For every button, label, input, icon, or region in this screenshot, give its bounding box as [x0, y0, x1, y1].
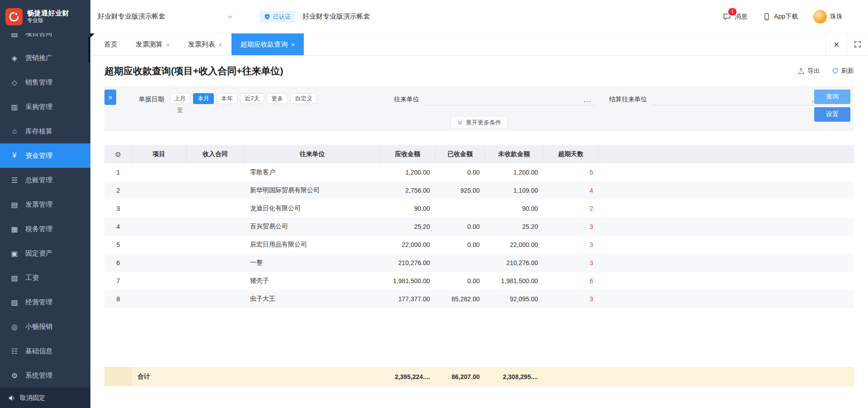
- cell-overdue-days: 4: [543, 181, 599, 199]
- tab-scroll-icon[interactable]: [90, 33, 94, 38]
- date-to-label: 至: [177, 106, 183, 114]
- sidebar-item[interactable]: ▤项目合同: [0, 33, 90, 46]
- sidebar-item-label: 税务管理: [25, 225, 52, 233]
- filter-row: 单据日期 上月至本月本年近7天更多自定义 往来单位 ··· 结算往来单位 ···: [104, 86, 854, 114]
- table-row[interactable]: 5辰宏日用品有限公司22,000.000.0022,000.003: [104, 236, 854, 254]
- overdue-receivables-table: ⚙项目收入合同往来单位应收金额已收金额未收款金额超期天数 1零散客户1,200.…: [104, 145, 854, 408]
- cell-receivable: 210,276.00: [380, 254, 435, 272]
- tab-close-icon[interactable]: ×: [218, 41, 222, 48]
- cell-unreceived: 25.20: [485, 218, 543, 236]
- page-title: 超期应收款查询(项目+收入合同+往来单位): [104, 65, 283, 77]
- date-option-chip[interactable]: 更多: [267, 93, 288, 104]
- sidebar-item[interactable]: ▤发票管理: [0, 192, 90, 217]
- sidebar-item[interactable]: ⚙系统管理: [0, 363, 90, 388]
- sidebar-item[interactable]: ⌂库存核算: [0, 119, 90, 143]
- column-header: 应收金额: [380, 145, 435, 163]
- query-button[interactable]: 查询: [814, 90, 850, 104]
- cell-filler: [599, 272, 854, 290]
- sidebar-item-label: 系统管理: [25, 371, 52, 380]
- column-settings-button[interactable]: ⚙: [104, 145, 132, 163]
- settings-button[interactable]: 设置: [814, 107, 850, 122]
- sidebar-item[interactable]: ◈营销推广: [0, 46, 90, 70]
- sidebar-item[interactable]: ▣固定资产: [0, 241, 90, 266]
- export-icon: [797, 67, 805, 75]
- fullscreen-button[interactable]: [847, 33, 868, 55]
- partner-filter: 往来单位 ···: [394, 93, 594, 105]
- marketing-icon: ◈: [10, 54, 19, 62]
- tab-close-icon[interactable]: ×: [166, 41, 170, 48]
- sidebar-scrollbar[interactable]: [88, 36, 90, 62]
- account-book-select[interactable]: 好业财专业版演示帐套: [98, 12, 240, 21]
- total-receivable: 2,395,224....: [380, 367, 435, 386]
- expand-more-filters-button[interactable]: 展开更多条件: [451, 116, 508, 129]
- row-number: 3: [104, 199, 132, 218]
- partner-input[interactable]: ···: [425, 93, 594, 105]
- refresh-label: 刷新: [841, 67, 854, 75]
- chevron-down-icon: [227, 14, 233, 20]
- cell-project: [132, 290, 186, 308]
- total-corner: [104, 367, 132, 386]
- sidebar-item-label: 销售管理: [25, 78, 52, 87]
- cell-received: 0.00: [435, 218, 485, 236]
- cell-overdue-days: 3: [543, 218, 599, 236]
- sidebar-item-label: 资金管理: [25, 152, 52, 160]
- table-row[interactable]: 1零散客户1,200.000.001,200.005: [104, 163, 854, 181]
- sidebar-item[interactable]: ▨工资: [0, 266, 90, 290]
- close-tabs-button[interactable]: ×: [826, 33, 847, 55]
- page-actions: 导出 刷新: [797, 67, 854, 75]
- brand-text: 畅捷通好业财 专业版: [27, 9, 69, 24]
- date-option-chip[interactable]: 自定义: [290, 93, 317, 104]
- settle-partner-input[interactable]: ···: [652, 93, 822, 105]
- tab[interactable]: 首页: [95, 33, 127, 55]
- cell-contract: [186, 163, 245, 181]
- ellipsis-picker-icon[interactable]: ···: [584, 100, 592, 104]
- cell-partner: 虫子大王: [245, 290, 380, 308]
- messages-button[interactable]: 1 消息: [722, 12, 747, 21]
- tab-close-icon[interactable]: ×: [291, 41, 295, 48]
- tab[interactable]: 发票列表×: [179, 33, 231, 55]
- table-row[interactable]: 3龙迪日化有限公司90.0090.002: [104, 199, 854, 218]
- date-option-chip[interactable]: 本年: [217, 93, 237, 104]
- refresh-button[interactable]: 刷新: [832, 67, 854, 75]
- sidebar-item-label: 项目合同: [25, 33, 52, 38]
- collapse-filter-button[interactable]: »: [104, 90, 116, 105]
- user-menu[interactable]: 珠珠: [813, 10, 843, 24]
- tab[interactable]: 超期应收款查询×: [231, 33, 304, 55]
- sidebar-item[interactable]: ☷基础信息: [0, 339, 90, 363]
- table-row[interactable]: 6一整210,276.00210,276.003: [104, 254, 854, 272]
- ledger-icon: ☰: [10, 176, 19, 185]
- cell-receivable: 90.00: [380, 199, 435, 218]
- table-row[interactable]: 7猪壳子1,981,500.000.001,981,500.006: [104, 272, 854, 290]
- date-option-chip[interactable]: 上月: [170, 93, 190, 104]
- cell-overdue-days: 3: [543, 236, 599, 254]
- brand-logo-icon: [5, 8, 23, 25]
- table-row[interactable]: 4百兴贸易公司25.200.0025.203: [104, 218, 854, 236]
- sidebar-item[interactable]: ☰总账管理: [0, 168, 90, 192]
- sidebar-item[interactable]: ◇销售管理: [0, 70, 90, 95]
- cell-receivable: 1,200.00: [380, 163, 435, 181]
- main-area: 好业财专业版演示帐套 已认证 好业财专业版演示帐套 1 消息 App下载: [90, 0, 868, 408]
- table-row[interactable]: 8虫子大王177,377.0085,282.0092,095.003: [104, 290, 854, 308]
- date-option-chip[interactable]: 本月: [193, 93, 214, 104]
- tab[interactable]: 发票测算×: [127, 33, 179, 55]
- cell-received: 0.00: [435, 272, 485, 290]
- row-number: 8: [104, 290, 132, 308]
- filter-buttons: 查询 设置: [814, 90, 850, 122]
- cell-partner: 龙迪日化有限公司: [245, 199, 380, 218]
- table-row[interactable]: 2新华明国际贸易有限公司2,756.00925.001,109.004: [104, 181, 854, 199]
- row-number: 7: [104, 272, 132, 290]
- export-button[interactable]: 导出: [797, 67, 820, 75]
- sidebar-item[interactable]: ▦税务管理: [0, 217, 90, 241]
- sidebar-item-label: 营销推广: [25, 54, 52, 62]
- sidebar-item[interactable]: ▥采购管理: [0, 95, 90, 119]
- cell-partner: 辰宏日用品有限公司: [245, 236, 380, 254]
- unpin-sidebar-button[interactable]: 取消固定: [0, 388, 90, 408]
- cell-received: 925.00: [435, 181, 485, 199]
- app-download-button[interactable]: App下载: [763, 13, 798, 21]
- cell-filler: [599, 199, 854, 218]
- sidebar-item[interactable]: ▧经营管理: [0, 290, 90, 314]
- sidebar-item-label: 基础信息: [25, 347, 52, 356]
- sidebar-item[interactable]: ◎小畅报销: [0, 314, 90, 339]
- date-option-chip[interactable]: 近7天: [240, 93, 264, 104]
- sidebar-item[interactable]: ¥资金管理: [0, 143, 90, 168]
